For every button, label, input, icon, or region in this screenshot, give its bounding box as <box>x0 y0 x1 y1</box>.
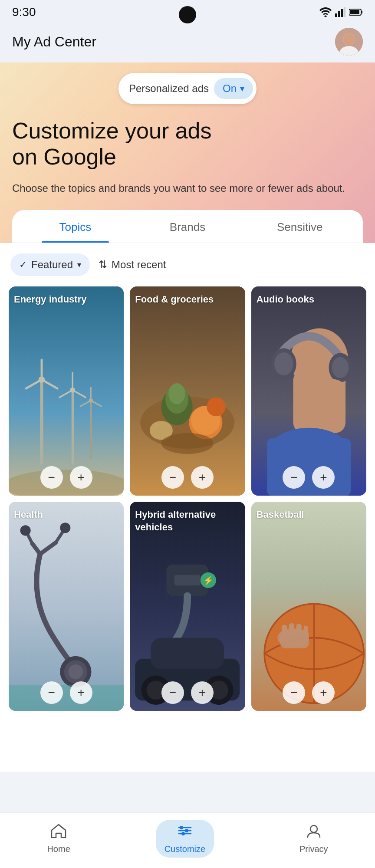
svg-point-38 <box>161 433 214 454</box>
most-recent-button[interactable]: ⇅ Most recent <box>99 259 166 271</box>
svg-rect-63 <box>174 575 201 585</box>
svg-rect-29 <box>130 286 245 496</box>
svg-rect-84 <box>303 626 308 635</box>
app-title: My Ad Center <box>12 34 96 50</box>
privacy-icon <box>306 823 322 842</box>
svg-rect-3 <box>341 9 343 17</box>
dislike-button-hybrid[interactable]: − <box>161 681 184 704</box>
topics-grid-container: Energy industry − + <box>0 283 375 720</box>
home-icon <box>51 823 66 842</box>
card-controls-hybrid: − + <box>130 681 245 704</box>
dislike-button-audio[interactable]: − <box>283 466 305 489</box>
personalized-ads-container: Personalized ads On ▾ <box>12 73 363 104</box>
status-bar: 9:30 <box>0 0 375 23</box>
svg-rect-2 <box>338 11 340 17</box>
sort-icon: ⇅ <box>99 259 107 271</box>
nav-privacy-label: Privacy <box>299 844 328 854</box>
svg-point-33 <box>169 383 186 404</box>
card-label-health: Health <box>9 502 124 521</box>
svg-point-11 <box>343 33 355 45</box>
dislike-button-energy[interactable]: − <box>40 466 63 489</box>
svg-rect-81 <box>282 625 287 635</box>
topic-card-energy[interactable]: Energy industry − + <box>9 286 124 496</box>
card-label-energy: Energy industry <box>9 286 124 306</box>
hero-section: Personalized ads On ▾ Customize your ads… <box>0 62 375 243</box>
svg-point-90 <box>181 832 185 835</box>
nav-customize[interactable]: Customize <box>156 820 214 858</box>
nav-home-label: Home <box>47 844 70 854</box>
card-label-audio: Audio books <box>251 286 366 306</box>
card-controls-energy: − + <box>9 466 124 489</box>
svg-rect-82 <box>289 623 294 635</box>
card-controls-audio: − + <box>251 466 366 489</box>
topic-card-health[interactable]: Health − + <box>9 502 124 711</box>
topic-card-hybrid[interactable]: ⚡ Hybrid alternative vehicles − + <box>130 502 245 711</box>
personalized-ads-pill: Personalized ads On ▾ <box>118 73 257 104</box>
svg-point-0 <box>325 16 327 17</box>
svg-rect-14 <box>40 381 43 464</box>
most-recent-label: Most recent <box>112 259 166 271</box>
on-button-text: On <box>223 82 237 95</box>
nav-customize-label: Customize <box>164 844 205 854</box>
camera-cutout <box>179 6 196 23</box>
topic-card-food[interactable]: Food & groceries − + <box>130 286 245 496</box>
svg-point-59 <box>60 523 70 533</box>
tabs-row: Topics Brands Sensitive <box>12 210 363 243</box>
bottom-nav: Home Customize Privacy <box>0 812 375 868</box>
card-bg-health <box>9 502 124 711</box>
topic-card-audio[interactable]: Audio books − + <box>251 286 366 496</box>
on-button[interactable]: On ▾ <box>214 78 253 99</box>
card-bg-audio <box>251 286 366 496</box>
dislike-button-health[interactable]: − <box>40 681 63 704</box>
chevron-down-icon: ▾ <box>240 83 244 94</box>
svg-point-91 <box>310 825 317 832</box>
svg-rect-24 <box>90 401 92 459</box>
card-bg-basketball <box>251 502 366 711</box>
svg-rect-47 <box>322 383 342 399</box>
svg-point-88 <box>180 826 183 829</box>
status-time: 9:30 <box>12 5 36 19</box>
signal-icon <box>335 7 345 17</box>
svg-rect-6 <box>361 11 362 13</box>
avatar[interactable] <box>335 28 363 56</box>
svg-point-53 <box>68 664 83 679</box>
header: My Ad Center <box>0 23 375 62</box>
card-bg-food <box>130 286 245 496</box>
hero-subtext: Choose the topics and brands you want to… <box>12 181 363 196</box>
dislike-button-basketball[interactable]: − <box>283 681 305 704</box>
like-button-audio[interactable]: + <box>312 466 335 489</box>
svg-point-43 <box>274 352 293 375</box>
personalized-ads-label: Personalized ads <box>129 82 209 95</box>
card-controls-health: − + <box>9 681 124 704</box>
chevron-down-icon: ▾ <box>77 260 81 270</box>
svg-rect-4 <box>344 7 345 17</box>
card-label-hybrid: Hybrid alternative vehicles <box>130 502 245 533</box>
tabs-container: Topics Brands Sensitive <box>12 210 363 243</box>
tab-sensitive[interactable]: Sensitive <box>243 210 356 243</box>
like-button-health[interactable]: + <box>70 681 92 704</box>
featured-label: Featured <box>31 259 73 271</box>
like-button-hybrid[interactable]: + <box>191 681 214 704</box>
svg-rect-1 <box>335 13 337 17</box>
svg-rect-7 <box>350 10 359 14</box>
nav-privacy[interactable]: Privacy <box>291 820 337 858</box>
like-button-food[interactable]: + <box>191 466 214 489</box>
featured-filter-button[interactable]: ✓ Featured ▾ <box>10 253 90 276</box>
bottom-spacer <box>0 720 375 772</box>
hero-heading-line1: Customize your ads <box>12 118 212 143</box>
nav-home[interactable]: Home <box>38 820 79 858</box>
svg-text:⚡: ⚡ <box>203 575 214 585</box>
svg-point-89 <box>185 829 188 832</box>
like-button-energy[interactable]: + <box>70 466 92 489</box>
topic-card-basketball[interactable]: Basketball − + <box>251 502 366 711</box>
dislike-button-food[interactable]: − <box>161 466 184 489</box>
card-label-food: Food & groceries <box>130 286 245 306</box>
tab-brands[interactable]: Brands <box>132 210 244 243</box>
like-button-basketball[interactable]: + <box>312 681 335 704</box>
tab-topics[interactable]: Topics <box>19 210 132 243</box>
check-icon: ✓ <box>19 259 27 270</box>
battery-icon <box>349 8 363 16</box>
svg-point-45 <box>332 357 349 378</box>
status-icons <box>319 7 363 17</box>
svg-point-37 <box>207 397 226 416</box>
